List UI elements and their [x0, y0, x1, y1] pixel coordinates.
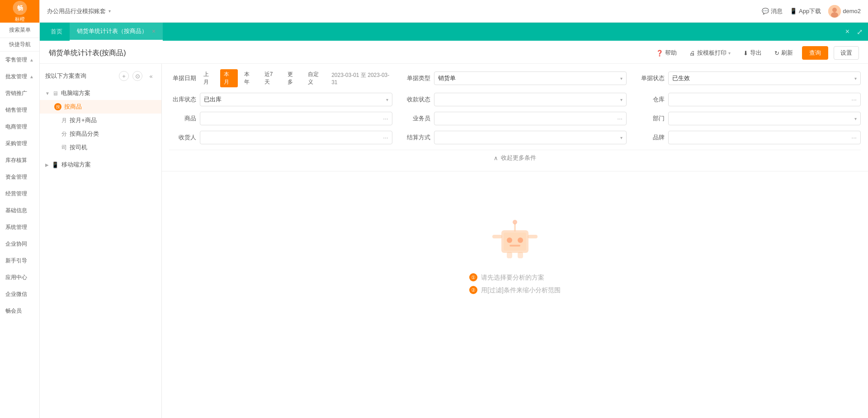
sidebar-item-basic[interactable]: 基础信息 — [0, 202, 39, 219]
tree-item-by-month-product[interactable]: 月 按月+商品 — [40, 114, 161, 127]
print-icon: 🖨 — [689, 50, 695, 57]
by-product-icon: 按 — [54, 103, 61, 110]
sidebar-item-system[interactable]: 系统管理 — [0, 219, 39, 236]
date-more-btn[interactable]: 更多 — [284, 69, 302, 87]
quick-nav-btn[interactable]: 快捷导航 — [0, 38, 39, 52]
sidebar-item-purchase[interactable]: 采购管理 — [0, 135, 39, 152]
refresh-icon: ↻ — [774, 50, 779, 57]
left-panel: 按以下方案查询 + ⊙ « — [40, 64, 162, 418]
collapse-icon: ∧ — [494, 155, 498, 162]
query-btn[interactable]: 查询 — [802, 46, 828, 60]
sidebar-item-retail[interactable]: 零售管理 ▲ — [0, 52, 39, 68]
user-btn[interactable]: demo2 — [828, 5, 861, 18]
collapse-more-btn[interactable]: ∧ 收起更多条件 — [169, 150, 861, 166]
export-icon: ⬇ — [743, 50, 748, 57]
sidebar-item-collab[interactable]: 企业协同 — [0, 236, 39, 252]
sidebar-item-sales[interactable]: 销售管理 — [0, 102, 39, 119]
svg-rect-10 — [492, 235, 502, 238]
sidebar-item-ops[interactable]: 经营管理 — [0, 185, 39, 202]
collapse-icon: « — [149, 73, 152, 80]
date-label: 单据日期 — [169, 74, 196, 82]
sidebar-item-marketing[interactable]: 营销推广 — [0, 85, 39, 102]
wechat-label: 企业微信 — [5, 290, 27, 298]
sidebar-item-member[interactable]: 畅会员 — [0, 303, 39, 319]
message-btn[interactable]: 💬 消息 — [762, 7, 783, 15]
tree-item-by-product[interactable]: 按 按商品 — [40, 100, 161, 114]
sidebar-item-appstore[interactable]: 应用中心 — [0, 269, 39, 286]
settlement-dropdown-icon: ▾ — [620, 135, 623, 140]
scheme-settings-btn[interactable]: ⊙ — [132, 71, 142, 81]
refresh-label: 刷新 — [781, 49, 793, 57]
empty-state: ① 请先选择要分析的方案 ② 用[过滤]条件来缩小分析范围 — [162, 171, 868, 332]
app-download-btn[interactable]: 📱 App下载 — [790, 7, 821, 15]
collapse-panel-btn[interactable]: « — [146, 71, 156, 81]
wholesale-arrow: ▲ — [29, 74, 34, 79]
print-btn[interactable]: 🖨 按模板打印 ▾ — [686, 47, 734, 59]
filter-area: 单据日期 上月 本月 本年 近7天 更多 自定义 2023-03-01 至 20… — [162, 64, 868, 171]
tab-active-label: 销货单统计计表（按商品） — [77, 27, 147, 35]
refresh-btn[interactable]: ↻ 刷新 — [771, 47, 797, 59]
svg-rect-6 — [504, 233, 526, 251]
export-btn[interactable]: ⬇ 导出 — [740, 47, 765, 59]
date-7days-btn[interactable]: 近7天 — [261, 69, 281, 87]
message-icon: 💬 — [762, 8, 769, 14]
sidebar-item-ecommerce[interactable]: 电商管理 — [0, 119, 39, 135]
sidebar-item-inventory[interactable]: 库存核算 — [0, 152, 39, 169]
svg-rect-14 — [507, 252, 512, 258]
payment-status-select[interactable]: ▾ — [434, 93, 627, 106]
main-layout: 办公用品行业模拟账套 ▾ 💬 消息 📱 App下载 demo2 首页 — [40, 0, 868, 418]
date-last-month-btn[interactable]: 上月 — [200, 69, 217, 87]
search-menu-btn[interactable]: 帮助 搜索菜单 — [0, 23, 39, 38]
wholesale-label: 批发管理 — [5, 73, 27, 81]
tab-close-btn[interactable]: × — [844, 26, 851, 38]
tree-item-by-driver[interactable]: 司 按司机 — [40, 141, 161, 154]
tree-item-by-category[interactable]: 分 按商品分类 — [40, 127, 161, 141]
stock-out-label: 出库状态 — [169, 95, 196, 104]
filter-settlement-field: 结算方式 ▾ — [403, 131, 627, 144]
hint-num-2: ② — [469, 286, 477, 294]
product-dots-icon: ··· — [383, 115, 388, 122]
settings-btn[interactable]: 设置 — [834, 46, 859, 60]
warehouse-label: 仓库 — [637, 95, 665, 104]
brand-select[interactable]: ··· — [668, 131, 861, 144]
salesperson-select[interactable]: ··· — [434, 112, 627, 125]
product-label: 商品 — [169, 114, 196, 123]
filter-recipient-field: 收货人 ··· — [169, 131, 392, 144]
date-this-year-btn[interactable]: 本年 — [241, 69, 258, 87]
empty-hints: ① 请先选择要分析的方案 ② 用[过滤]条件来缩小分析范围 — [469, 271, 561, 296]
by-product-label: 按商品 — [64, 103, 82, 111]
tab-maximize-btn[interactable]: ⤢ — [855, 26, 864, 38]
filter-salesperson-field: 业务员 ··· — [403, 112, 627, 125]
tree-pc-parent[interactable]: ▼ 🖥 电脑端方案 — [40, 86, 161, 100]
tree-mobile-parent[interactable]: ▶ 📱 移动端方案 — [40, 158, 161, 171]
date-this-month-btn[interactable]: 本月 — [220, 69, 238, 87]
filter-payment-status-field: 收款状态 ▾ — [403, 93, 627, 106]
sidebar-item-wechat[interactable]: 企业微信 — [0, 286, 39, 303]
product-select[interactable]: ··· — [200, 112, 392, 125]
right-panel: 单据日期 上月 本月 本年 近7天 更多 自定义 2023-03-01 至 20… — [162, 64, 868, 418]
settlement-select[interactable]: ▾ — [434, 131, 627, 144]
sidebar-item-newbie[interactable]: 新手引导 — [0, 252, 39, 269]
stock-out-select[interactable]: 已出库 ▾ — [200, 93, 392, 106]
tab-home[interactable]: 首页 — [43, 23, 70, 41]
logo-icon: 畅 — [12, 0, 28, 16]
hint-text-2: 用[过滤]条件来缩小分析范围 — [481, 284, 561, 296]
svg-rect-9 — [509, 245, 520, 247]
settings-icon: ⊙ — [135, 73, 140, 80]
tab-active[interactable]: 销货单统计计表（按商品） × — [70, 23, 163, 41]
tab-close-icon[interactable]: × — [152, 28, 156, 35]
doc-status-select[interactable]: 已生效 ▾ — [668, 71, 861, 85]
department-select[interactable]: ▾ — [668, 112, 861, 125]
help-btn[interactable]: ❓ 帮助 — [652, 47, 680, 59]
recipient-select[interactable]: ··· — [200, 131, 392, 144]
print-dropdown-icon[interactable]: ▾ — [728, 51, 731, 56]
svg-point-8 — [518, 238, 523, 243]
add-scheme-btn[interactable]: + — [119, 71, 129, 81]
date-custom-btn[interactable]: 自定义 — [304, 69, 327, 87]
filter-row-4: 收货人 ··· 结算方式 ▾ — [169, 131, 861, 144]
industry-dropdown-icon[interactable]: ▾ — [108, 9, 111, 14]
warehouse-select[interactable]: ··· — [668, 93, 861, 106]
sidebar-item-wholesale[interactable]: 批发管理 ▲ — [0, 68, 39, 85]
sidebar-item-finance[interactable]: 资金管理 — [0, 169, 39, 185]
doc-type-select[interactable]: 销货单 ▾ — [434, 71, 627, 85]
